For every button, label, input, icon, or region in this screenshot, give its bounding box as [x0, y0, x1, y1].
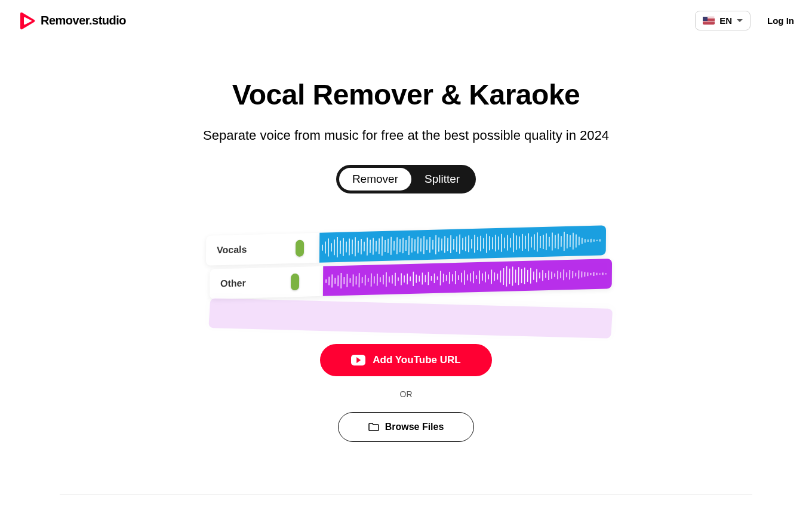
other-waveform	[323, 259, 612, 296]
browse-button-label: Browse Files	[385, 422, 444, 432]
page-subtitle: Separate voice from music for free at th…	[203, 128, 609, 143]
brand-name: Remover.studio	[41, 14, 126, 27]
other-slider-knob	[291, 274, 299, 290]
or-divider: OR	[400, 389, 413, 399]
vocals-track: Vocals	[206, 225, 606, 266]
browse-files-button[interactable]: Browse Files	[338, 412, 475, 442]
toggle-remover[interactable]: Remover	[339, 168, 411, 191]
login-link[interactable]: Log In	[767, 16, 794, 26]
main-content: Vocal Remover & Karaoke Separate voice f…	[0, 41, 812, 442]
other-track: Other	[210, 259, 612, 299]
vocals-waveform	[319, 225, 606, 263]
bottom-divider	[60, 494, 752, 495]
vocals-label-box: Vocals	[206, 233, 319, 266]
vocals-label: Vocals	[217, 244, 247, 256]
logo[interactable]: Remover.studio	[18, 12, 126, 30]
folder-icon	[368, 423, 379, 431]
language-code: EN	[719, 16, 732, 26]
chevron-down-icon	[737, 19, 743, 22]
header: Remover.studio EN Log In	[0, 0, 812, 41]
other-label: Other	[220, 278, 246, 289]
tracks-illustration: Vocals Other	[200, 222, 612, 330]
flag-icon	[703, 17, 715, 25]
vocals-slider-knob	[296, 239, 304, 256]
reflection	[208, 292, 613, 339]
add-youtube-button[interactable]: Add YouTube URL	[320, 344, 491, 376]
youtube-icon	[351, 355, 365, 365]
toggle-splitter[interactable]: Splitter	[411, 168, 473, 191]
mode-toggle: Remover Splitter	[336, 165, 476, 193]
language-selector[interactable]: EN	[695, 11, 751, 30]
logo-icon	[18, 12, 36, 30]
page-title: Vocal Remover & Karaoke	[232, 78, 580, 111]
header-right: EN Log In	[695, 11, 794, 30]
youtube-button-label: Add YouTube URL	[373, 354, 460, 366]
